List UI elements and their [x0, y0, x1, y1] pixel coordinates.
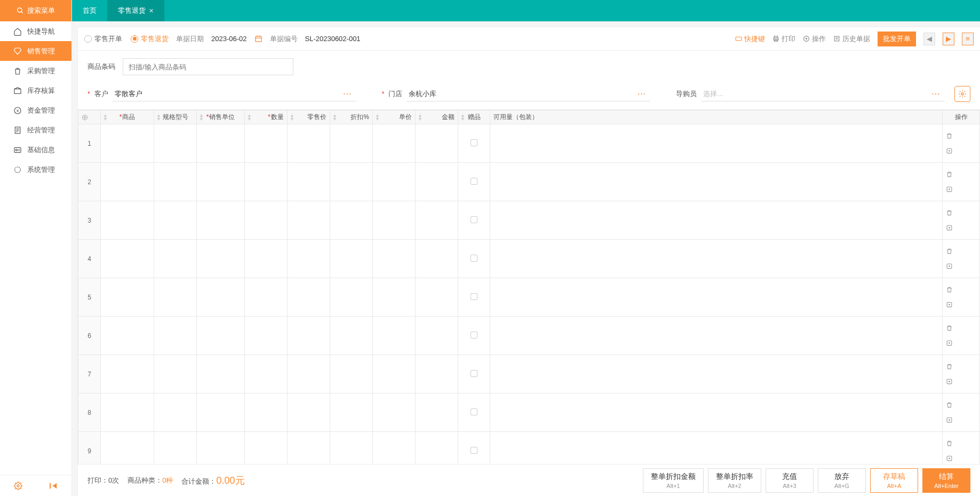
tab-0[interactable]: 首页 — [72, 0, 107, 21]
col-gift[interactable]: ▲▼赠品 — [458, 111, 490, 124]
sidebar-item-4[interactable]: ¥资金管理 — [0, 100, 71, 120]
col-product[interactable]: ▲▼*商品 — [101, 111, 154, 124]
batch-order-button[interactable]: 批发开单 — [878, 32, 916, 46]
close-icon[interactable]: ✕ — [149, 7, 154, 14]
radio-retail-return[interactable]: 零售退货 — [131, 34, 169, 44]
svg-point-14 — [17, 485, 19, 487]
table-row[interactable]: 1 — [78, 124, 980, 163]
sidebar-item-3[interactable]: 库存核算 — [0, 81, 71, 100]
sort-icon: ▲▼ — [199, 114, 204, 121]
abandon-button[interactable]: 放弃Alt+G — [818, 468, 866, 493]
gift-checkbox[interactable] — [471, 216, 477, 223]
date-value[interactable]: 2023-06-02 — [211, 35, 247, 43]
sidebar-item-2[interactable]: 采购管理 — [0, 61, 71, 81]
col-spec[interactable]: ▲▼规格型号 — [154, 111, 197, 124]
col-gear[interactable] — [78, 111, 101, 124]
sidebar-item-1[interactable]: 销售管理 — [0, 41, 71, 61]
table-row[interactable]: 8 — [78, 393, 980, 432]
gear-ring-icon — [13, 166, 22, 174]
bag-icon — [13, 67, 22, 75]
gift-checkbox[interactable] — [471, 255, 477, 262]
col-amount[interactable]: ▲▼金额 — [416, 111, 458, 124]
gift-checkbox[interactable] — [471, 139, 477, 146]
settle-button[interactable]: 结算Alt+Enter — [922, 468, 970, 493]
column-settings-button[interactable] — [954, 86, 970, 102]
recharge-button[interactable]: 充值Alt+3 — [766, 468, 814, 493]
ellipsis-icon[interactable]: ··· — [930, 90, 943, 98]
fields-row: * 客户 零散客户 ··· * 门店 余杭小库 ··· — [78, 83, 980, 109]
add-row-icon[interactable] — [946, 147, 976, 154]
sidebar-item-5[interactable]: 经营管理 — [0, 120, 71, 140]
collapse-icon[interactable] — [50, 482, 58, 490]
customer-field[interactable]: 零散客户 ··· — [113, 86, 356, 101]
add-row-icon[interactable] — [946, 186, 976, 193]
guide-field[interactable]: 选择... ··· — [701, 86, 945, 101]
svg-point-35 — [83, 115, 87, 120]
gift-checkbox[interactable] — [471, 178, 477, 185]
date-label: 单据日期 — [176, 34, 204, 44]
discount-amount-button[interactable]: 整单折扣金额Alt+1 — [643, 468, 704, 493]
sidebar-item-label: 库存核算 — [27, 86, 55, 96]
save-draft-button[interactable]: 存草稿Alt+A — [870, 468, 918, 493]
add-row-icon[interactable] — [946, 378, 976, 385]
next-arrow-button[interactable]: ▶ — [943, 33, 954, 45]
add-row-icon[interactable] — [946, 224, 976, 231]
svg-text:¥: ¥ — [17, 108, 19, 113]
print-link[interactable]: 打印 — [772, 34, 795, 44]
delete-icon[interactable] — [946, 209, 976, 216]
sidebar-item-6[interactable]: 基础信息 — [0, 140, 71, 160]
gift-checkbox[interactable] — [471, 447, 477, 454]
history-link[interactable]: 历史单据 — [833, 34, 870, 44]
barcode-input[interactable] — [123, 58, 293, 75]
sidebar-item-7[interactable]: 系统管理 — [0, 160, 71, 179]
tab-1[interactable]: 零售退货✕ — [107, 0, 164, 21]
store-field[interactable]: 余杭小库 ··· — [407, 86, 650, 101]
gift-checkbox[interactable] — [471, 332, 477, 338]
table-row[interactable]: 6 — [78, 317, 980, 355]
add-row-icon[interactable] — [946, 416, 976, 423]
table-row[interactable]: 3 — [78, 201, 980, 240]
add-row-icon[interactable] — [946, 301, 976, 308]
add-row-icon[interactable] — [946, 263, 976, 270]
home-icon — [13, 27, 22, 36]
search-menu-button[interactable]: 搜索菜单 — [0, 0, 71, 21]
table-row[interactable]: 5 — [78, 278, 980, 317]
add-row-icon[interactable] — [946, 455, 976, 462]
ellipsis-icon[interactable]: ··· — [341, 90, 354, 98]
search-icon — [17, 7, 24, 14]
gift-checkbox[interactable] — [471, 293, 477, 300]
table-row[interactable]: 9 — [78, 432, 980, 464]
operate-link[interactable]: 操作 — [803, 34, 826, 44]
radio-retail-sale[interactable]: 零售开单 — [84, 34, 122, 44]
gear-icon — [958, 90, 967, 98]
delete-icon[interactable] — [946, 440, 976, 447]
more-button[interactable]: ≡ — [962, 33, 974, 45]
prev-arrow-button[interactable]: ◀ — [923, 33, 935, 45]
table-row[interactable]: 2 — [78, 163, 980, 201]
col-retail-price[interactable]: ▲▼零售价 — [288, 111, 330, 124]
col-qty[interactable]: ▲▼*数量 — [245, 111, 288, 124]
col-discount-pct[interactable]: ▲▼折扣% — [330, 111, 373, 124]
shortcut-link[interactable]: 快捷键 — [735, 34, 765, 44]
table-row[interactable]: 4 — [78, 240, 980, 278]
delete-icon[interactable] — [946, 325, 976, 332]
col-unit[interactable]: ▲▼*销售单位 — [197, 111, 245, 124]
calendar-icon[interactable] — [254, 35, 262, 43]
col-unit-price[interactable]: ▲▼单价 — [373, 111, 416, 124]
sidebar-item-0[interactable]: 快捷导航 — [0, 21, 71, 41]
delete-icon[interactable] — [946, 286, 976, 293]
guide-label: 导购员 — [676, 89, 697, 99]
gift-checkbox[interactable] — [471, 370, 477, 377]
gift-checkbox[interactable] — [471, 408, 477, 415]
delete-icon[interactable] — [946, 171, 976, 178]
delete-icon[interactable] — [946, 401, 976, 408]
delete-icon[interactable] — [946, 363, 976, 370]
discount-rate-button[interactable]: 整单折扣率Alt+2 — [708, 468, 761, 493]
delete-icon[interactable] — [946, 132, 976, 139]
add-row-icon[interactable] — [946, 340, 976, 347]
delete-icon[interactable] — [946, 248, 976, 255]
table-row[interactable]: 7 — [78, 355, 980, 393]
settings-icon[interactable] — [14, 482, 22, 490]
ellipsis-icon[interactable]: ··· — [635, 90, 648, 98]
col-available[interactable]: ▲▼可用量（包装） — [490, 111, 943, 124]
